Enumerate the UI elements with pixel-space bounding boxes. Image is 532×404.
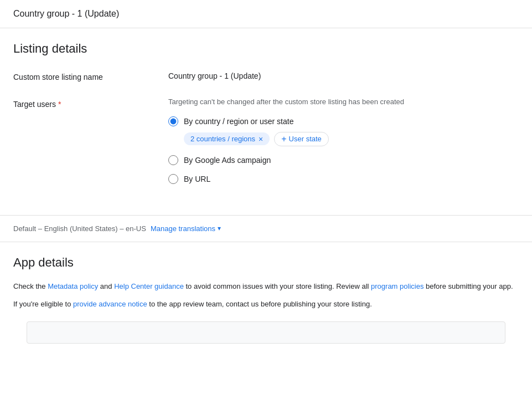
help-center-link[interactable]: Help Center guidance (114, 282, 184, 290)
program-policies-link[interactable]: program policies (371, 282, 423, 290)
info-text-1-end: before submitting your app. (423, 282, 513, 290)
radio-google-ads[interactable] (168, 155, 178, 165)
required-marker: * (58, 100, 61, 109)
radio-group: By country / region or user state 2 coun… (168, 116, 519, 184)
chip-label: 2 countries / regions (190, 135, 255, 143)
chip-close-icon[interactable]: × (259, 135, 263, 143)
add-user-state-button[interactable]: + User state (274, 132, 329, 146)
custom-store-listing-value: Country group - 1 (Update) (168, 69, 519, 80)
page-title: Country group - 1 (Update) (13, 9, 119, 18)
info-text-1-after: to avoid common issues with your store l… (184, 282, 371, 290)
countries-chip[interactable]: 2 countries / regions × (184, 132, 270, 145)
translations-default-text: Default – English (United States) – en-U… (13, 224, 146, 233)
advance-notice-text: If you're eligible to provide advance no… (13, 299, 519, 310)
plus-icon: + (281, 135, 286, 144)
translations-row: Default – English (United States) – en-U… (0, 216, 532, 242)
target-users-label: Target users * (13, 96, 168, 184)
add-user-state-label: User state (289, 135, 322, 143)
advance-notice-before: If you're eligible to (13, 300, 73, 308)
radio-country-label: By country / region or user state (184, 117, 293, 126)
custom-store-listing-row: Custom store listing name Country group … (13, 69, 519, 83)
radio-option-google-ads: By Google Ads campaign (168, 155, 519, 165)
target-users-row: Target users * Targeting can't be change… (13, 96, 519, 184)
radio-option-country: By country / region or user state 2 coun… (168, 116, 519, 146)
radio-option-url: By URL (168, 174, 519, 184)
chevron-down-icon: ▾ (218, 224, 221, 232)
radio-row-url: By URL (168, 174, 519, 184)
radio-country-region[interactable] (168, 116, 178, 126)
advance-notice-after: to the app review team, contact us befor… (147, 300, 372, 308)
manage-translations-label: Manage translations (151, 224, 215, 233)
targeting-note: Targeting can't be changed after the cus… (168, 96, 519, 108)
advance-notice-link[interactable]: provide advance notice (73, 300, 147, 308)
custom-store-listing-content: Country group - 1 (Update) (168, 69, 519, 83)
app-details-info-1: Check the Metadata policy and Help Cente… (13, 281, 519, 293)
listing-details-title: Listing details (13, 42, 519, 56)
radio-by-url[interactable] (168, 174, 178, 184)
custom-store-listing-label: Custom store listing name (13, 69, 168, 83)
info-text-1-middle: and (98, 282, 114, 290)
chips-row: 2 countries / regions × + User state (184, 132, 519, 146)
app-details-section: App details Check the Metadata policy an… (0, 242, 532, 344)
app-details-title: App details (13, 255, 519, 270)
radio-url-label: By URL (184, 175, 210, 183)
metadata-policy-link[interactable]: Metadata policy (48, 282, 98, 290)
radio-google-ads-label: By Google Ads campaign (184, 156, 271, 165)
info-text-1-before: Check the (13, 282, 48, 290)
listing-details-section: Listing details Custom store listing nam… (0, 28, 532, 216)
radio-row-google-ads: By Google Ads campaign (168, 155, 519, 165)
radio-row-country: By country / region or user state (168, 116, 519, 126)
manage-translations-link[interactable]: Manage translations ▾ (151, 224, 221, 233)
bottom-bar-placeholder (27, 321, 505, 344)
target-users-content: Targeting can't be changed after the cus… (168, 96, 519, 184)
page-header: Country group - 1 (Update) (0, 0, 532, 28)
